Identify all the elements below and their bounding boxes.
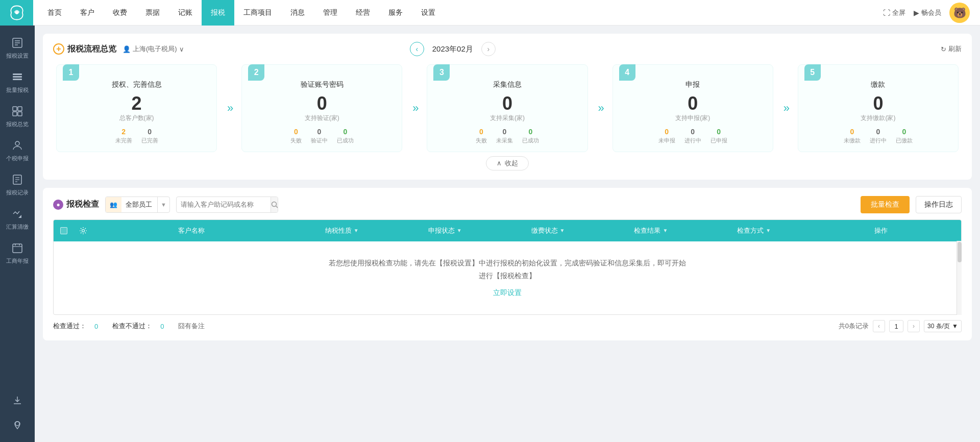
th-filing-status[interactable]: 申报状态 ▼ xyxy=(394,226,497,235)
th-gear[interactable] xyxy=(74,227,92,235)
step-sub-3: 支持采集(家) xyxy=(437,114,577,122)
svg-point-0 xyxy=(15,11,18,14)
nav-fee[interactable]: 收费 xyxy=(104,0,136,26)
tax-settings-icon xyxy=(10,36,24,50)
sidebar-item-tax-record[interactable]: 报税记录 xyxy=(0,167,35,202)
table-scrollbar[interactable] xyxy=(957,241,962,315)
vip-button[interactable]: ▶ 畅会员 xyxy=(914,8,941,17)
fail-count-2: 0 xyxy=(294,128,298,136)
sidebar-download[interactable] xyxy=(0,388,35,412)
uncollected-count-3: 0 xyxy=(503,128,507,136)
inprogress-count-5: 0 xyxy=(876,128,880,136)
setup-link[interactable]: 立即设置 xyxy=(493,286,522,299)
batch-check-button[interactable]: 批量检查 xyxy=(861,196,910,213)
arrow-1-2: » xyxy=(220,64,238,152)
svg-point-23 xyxy=(272,202,276,206)
success-count-2: 0 xyxy=(343,128,347,136)
operation-log-button[interactable]: 操作日志 xyxy=(916,196,962,213)
refresh-icon: ↻ xyxy=(941,45,946,53)
sidebar-item-tax-overview[interactable]: 报税总览 xyxy=(0,99,35,133)
refresh-button[interactable]: ↻ 刷新 xyxy=(941,44,962,54)
sidebar: 报税设置 批量报税 报税总览 个税 xyxy=(0,26,35,442)
per-page-selector[interactable]: 30 条/页 ▼ xyxy=(924,320,962,332)
sidebar-item-reconciliation[interactable]: 汇算清缴 xyxy=(0,202,35,236)
step-big-num-2: 0 xyxy=(252,93,391,114)
filed-count-4: 0 xyxy=(717,128,721,136)
fullscreen-label: 全屏 xyxy=(892,8,905,17)
month-display: 2023年02月 xyxy=(432,44,473,54)
search-button[interactable] xyxy=(271,197,278,212)
th-checkbox[interactable] xyxy=(54,227,74,234)
app-logo xyxy=(0,0,33,26)
nav-operation[interactable]: 经营 xyxy=(347,0,379,26)
flow-step-3: 3 采集信息 0 支持采集(家) 0 失败 0 未采集 0 已成功 xyxy=(427,64,587,152)
sidebar-item-annual-report[interactable]: 工商年报 xyxy=(0,236,35,270)
search-input[interactable] xyxy=(177,201,271,208)
complete-count: 0 xyxy=(148,128,152,136)
step-details-2: 0 失败 0 验证中 0 已成功 xyxy=(252,128,391,144)
filter-icon-4: ▼ xyxy=(663,228,668,233)
sidebar-item-individual-tax[interactable]: 个税申报 xyxy=(0,133,35,167)
nav-business[interactable]: 工商项目 xyxy=(234,0,281,26)
table-footer: 检查通过： 0 检查不通过： 0 囧有备注 共0条记录 ‹ 1 › 30 条/页… xyxy=(53,315,962,332)
step-big-num-5: 0 xyxy=(808,93,948,114)
next-page-button[interactable]: › xyxy=(908,320,920,332)
download-icon xyxy=(10,393,24,407)
collapse-button[interactable]: ∧ 收起 xyxy=(486,156,529,170)
th-check-method[interactable]: 检查方式 ▼ xyxy=(702,226,805,235)
location-selector[interactable]: 👤 上海(电子税局) ∨ xyxy=(122,44,184,54)
pass-label: 检查通过： xyxy=(53,322,86,331)
empty-message: 若您想使用报税检查功能，请先在【报税设置】中进行报税的初始化设置，完成密码验证和… xyxy=(329,257,686,282)
detail-incomplete: 2 未完善 xyxy=(115,128,132,144)
nav-management[interactable]: 管理 xyxy=(314,0,347,26)
th-payment-status[interactable]: 缴费状态 ▼ xyxy=(497,226,600,235)
verifying-label-2: 验证中 xyxy=(311,137,328,144)
double-arrow-icon-2: » xyxy=(412,102,416,115)
fullscreen-button[interactable]: ⛶ 全屏 xyxy=(883,8,905,17)
nav-home[interactable]: 首页 xyxy=(38,0,71,26)
nav-invoice[interactable]: 票据 xyxy=(136,0,169,26)
flow-step-5: 5 缴款 0 支持缴款(家) 0 未缴款 0 进行中 0 已缴款 xyxy=(798,64,959,152)
user-avatar[interactable]: 🐻 xyxy=(949,3,970,23)
svg-point-12 xyxy=(15,141,19,145)
nav-service[interactable]: 服务 xyxy=(379,0,412,26)
flow-step-2: 2 验证账号密码 0 支持验证(家) 0 失败 0 验证中 0 已成功 xyxy=(241,64,402,152)
sidebar-item-tax-settings[interactable]: 报税设置 xyxy=(0,31,35,65)
nav-customer[interactable]: 客户 xyxy=(71,0,104,26)
nav-settings[interactable]: 设置 xyxy=(412,0,445,26)
next-month-button[interactable]: › xyxy=(481,42,496,56)
total-records: 共0条记录 xyxy=(839,322,869,331)
step-number-3: 3 xyxy=(433,64,450,81)
check-title: ● 报税检查 xyxy=(53,199,99,210)
prev-month-button[interactable]: ‹ xyxy=(410,42,424,56)
flow-overview-panel: + 报税流程总览 👤 上海(电子税局) ∨ ‹ 2023年02月 › ↻ 刷新 … xyxy=(43,34,972,180)
nav-menu: 首页 客户 收费 票据 记账 报税 工商项目 消息 管理 经营 服务 设置 xyxy=(38,0,445,26)
filter-icon-3: ▼ xyxy=(560,228,565,233)
nav-tax[interactable]: 报税 xyxy=(202,0,234,26)
detail-inprogress-4: 0 进行中 xyxy=(684,128,701,144)
double-arrow-icon-3: » xyxy=(598,102,602,115)
th-tax-nature[interactable]: 纳税性质 ▼ xyxy=(290,226,394,235)
th-action: 操作 xyxy=(805,226,956,235)
inprogress-count-4: 0 xyxy=(691,128,695,136)
th-check-result[interactable]: 检查结果 ▼ xyxy=(599,226,702,235)
header-checkbox[interactable] xyxy=(60,227,67,234)
fail-count[interactable]: 0 xyxy=(160,323,164,330)
sidebar-location[interactable] xyxy=(0,412,35,437)
step-sub-2: 支持验证(家) xyxy=(252,114,391,122)
sidebar-item-batch-tax[interactable]: 批量报税 xyxy=(0,65,35,99)
pass-count[interactable]: 0 xyxy=(94,323,98,330)
prev-page-button[interactable]: ‹ xyxy=(873,320,885,332)
check-table-inner: 客户名称 纳税性质 ▼ 申报状态 ▼ 缴费状态 ▼ 检查 xyxy=(53,219,962,315)
svg-rect-6 xyxy=(13,76,22,78)
collapse-up-icon: ∧ xyxy=(497,159,502,167)
staff-dropdown-arrow[interactable]: ▼ xyxy=(157,197,169,212)
staff-selector[interactable]: 👥 全部员工 ▼ xyxy=(105,197,170,213)
nav-message[interactable]: 消息 xyxy=(281,0,314,26)
filter-icon-1: ▼ xyxy=(354,228,359,233)
customer-name-label: 客户名称 xyxy=(178,226,205,235)
step-sub-1: 总客户数(家) xyxy=(67,114,206,122)
check-method-label: 检查方式 xyxy=(737,226,764,235)
sidebar-label-tax-record: 报税记录 xyxy=(6,189,29,197)
nav-accounting[interactable]: 记账 xyxy=(169,0,202,26)
